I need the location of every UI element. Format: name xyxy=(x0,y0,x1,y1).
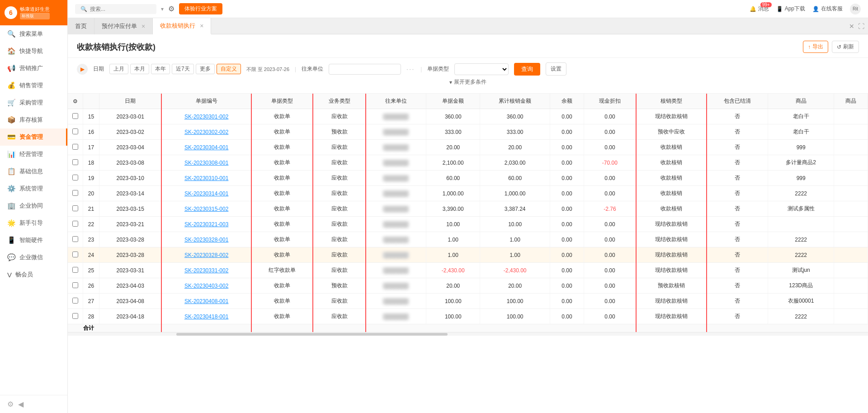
col-include-settled-header[interactable]: 包含已结清 xyxy=(707,94,768,109)
topbar-search-box[interactable]: 🔍 xyxy=(75,4,156,14)
table-row[interactable]: 262023-04-03SK-20230403-002收款单预收款██████2… xyxy=(68,278,868,294)
date-more-btn[interactable]: 更多 xyxy=(196,64,215,74)
row-order-no[interactable]: SK-20230304-001 xyxy=(161,140,251,155)
col-amount-header[interactable]: 单据金额 xyxy=(426,94,480,109)
table-row[interactable]: 202023-03-14SK-20230314-001收款单应收款██████1… xyxy=(68,186,868,201)
row-order-no[interactable]: SK-20230403-002 xyxy=(161,278,251,294)
table-row[interactable]: 192023-03-10SK-20230310-001收款单应收款██████6… xyxy=(68,171,868,186)
col-writeoff-type-header[interactable]: 核销类型 xyxy=(636,94,707,109)
col-product-header[interactable]: 商品 xyxy=(768,94,834,109)
col-voucher-type-header[interactable]: 单据类型 xyxy=(251,94,313,109)
online-service-button[interactable]: 👤 在线客服 xyxy=(812,5,843,13)
sidebar-item-operations[interactable]: 📊 经营管理 xyxy=(0,146,67,163)
refresh-button[interactable]: ↺ 刷新 xyxy=(832,41,859,53)
table-row[interactable]: 212023-03-15SK-20230315-002收款单应收款██████3… xyxy=(68,201,868,217)
sidebar-item-quicknav[interactable]: 🏠 快捷导航 xyxy=(0,43,67,60)
date-this-month-btn[interactable]: 本月 xyxy=(130,64,149,74)
col-writeoff-amount-header[interactable]: 累计核销金额 xyxy=(480,94,550,109)
sidebar-item-basicinfo[interactable]: 📋 基础信息 xyxy=(0,163,67,180)
row-order-no[interactable]: SK-20230418-001 xyxy=(161,309,251,324)
export-button[interactable]: ↑ 导出 xyxy=(803,41,828,53)
sidebar-item-corp[interactable]: 🏢 企业协同 xyxy=(0,197,67,214)
row-order-no[interactable]: SK-20230314-001 xyxy=(161,186,251,201)
row-order-no[interactable]: SK-20230331-002 xyxy=(161,263,251,278)
col-cash-discount-header[interactable]: 现金折扣 xyxy=(584,94,636,109)
col-balance-header[interactable]: 余额 xyxy=(550,94,584,109)
row-checkbox[interactable] xyxy=(68,109,83,124)
more-filters-dots[interactable]: ··· xyxy=(406,66,415,72)
row-checkbox[interactable] xyxy=(68,186,83,201)
maximize-icon[interactable]: ⛶ xyxy=(858,23,864,30)
settings-bottom-icon[interactable]: ⚙ xyxy=(7,400,14,408)
sidebar-item-hardware[interactable]: 📱 智能硬件 xyxy=(0,232,67,249)
row-checkbox[interactable] xyxy=(68,294,83,309)
scrollbar-track[interactable] xyxy=(176,333,448,336)
table-row[interactable]: 242023-03-28SK-20230328-002收款单应收款██████1… xyxy=(68,247,868,263)
sidebar-item-purchase[interactable]: 🛒 采购管理 xyxy=(0,94,67,111)
date-last-month-btn[interactable]: 上月 xyxy=(109,64,128,74)
sidebar-item-sales[interactable]: 💰 销售管理 xyxy=(0,77,67,94)
row-checkbox[interactable] xyxy=(68,217,83,232)
row-checkbox[interactable] xyxy=(68,124,83,140)
row-checkbox[interactable] xyxy=(68,155,83,171)
close-all-icon[interactable]: ✕ xyxy=(849,23,854,30)
sidebar-item-member[interactable]: V 畅会员 xyxy=(0,266,67,283)
app-download-button[interactable]: 📱 App下载 xyxy=(776,5,805,13)
tab-home[interactable]: 首页 xyxy=(68,18,94,34)
sidebar-item-inventory[interactable]: 📦 库存核算 xyxy=(0,111,67,128)
query-button[interactable]: 查询 xyxy=(514,63,540,76)
row-order-no[interactable]: SK-20230321-003 xyxy=(161,217,251,232)
date-this-year-btn[interactable]: 本年 xyxy=(151,64,170,74)
table-row[interactable]: 152023-03-01SK-20230301-002收款单应收款██████3… xyxy=(68,109,868,124)
row-checkbox[interactable] xyxy=(68,278,83,294)
table-row[interactable]: 272023-04-08SK-20230408-001收款单应收款██████1… xyxy=(68,294,868,309)
col-settings-header[interactable]: ⚙ xyxy=(68,94,83,109)
filter-collapse-button[interactable]: ▶ xyxy=(77,64,88,75)
col-date-header[interactable]: 日期 xyxy=(99,94,162,109)
row-order-no[interactable]: SK-20230328-002 xyxy=(161,247,251,263)
row-order-no[interactable]: SK-20230408-001 xyxy=(161,294,251,309)
filter-settings-button[interactable]: 设置 xyxy=(546,62,566,76)
date-custom-btn[interactable]: 自定义 xyxy=(217,64,241,74)
voucher-type-select[interactable] xyxy=(454,63,509,75)
sidebar-item-marketing[interactable]: 📢 营销推广 xyxy=(0,60,67,77)
row-order-no[interactable]: SK-20230302-002 xyxy=(161,124,251,140)
row-order-no[interactable]: SK-20230308-001 xyxy=(161,155,251,171)
sidebar-item-finance[interactable]: 💳 资金管理 xyxy=(0,128,67,146)
row-checkbox[interactable] xyxy=(68,263,83,278)
row-checkbox[interactable] xyxy=(68,247,83,263)
filter-expand-row[interactable]: ▾ 展开更多条件 xyxy=(77,76,859,89)
row-order-no[interactable]: SK-20230315-002 xyxy=(161,201,251,217)
solution-button[interactable]: 体验行业方案 xyxy=(179,3,222,14)
row-checkbox[interactable] xyxy=(68,201,83,217)
col-biz-type-header[interactable]: 业务类型 xyxy=(313,94,365,109)
col-partner-header[interactable]: 往来单位 xyxy=(366,94,426,109)
gear-icon[interactable]: ⚙ xyxy=(168,5,175,13)
tab-prepay-close[interactable]: × xyxy=(142,23,145,30)
table-row[interactable]: 252023-03-31SK-20230331-002红字收款单应收款█████… xyxy=(68,263,868,278)
col-order-no-header[interactable]: 单据编号 xyxy=(161,94,251,109)
table-row[interactable]: 282023-04-18SK-20230418-001收款单应收款██████1… xyxy=(68,309,868,324)
tab-prepay-confirm[interactable]: 预付冲应付单 × xyxy=(94,18,153,34)
row-checkbox[interactable] xyxy=(68,309,83,324)
date-7days-btn[interactable]: 近7天 xyxy=(172,64,194,74)
table-row[interactable]: 232023-03-28SK-20230328-001收款单应收款██████1… xyxy=(68,232,868,247)
row-order-no[interactable]: SK-20230310-001 xyxy=(161,171,251,186)
table-row[interactable]: 162023-03-02SK-20230302-002收款单预收款██████3… xyxy=(68,124,868,140)
topbar-search-input[interactable] xyxy=(90,6,144,12)
table-row[interactable]: 172023-03-04SK-20230304-001收款单应收款██████2… xyxy=(68,140,868,155)
sidebar-item-guide[interactable]: 🌟 新手引导 xyxy=(0,214,67,232)
tab-receipt-writeoff[interactable]: 收款核销执行 × xyxy=(153,18,211,34)
tab-receipt-close[interactable]: × xyxy=(200,22,203,29)
row-checkbox[interactable] xyxy=(68,232,83,247)
column-settings-icon[interactable]: ⚙ xyxy=(73,98,78,104)
table-row[interactable]: 222023-03-21SK-20230321-003收款单应收款██████1… xyxy=(68,217,868,232)
sidebar-item-search[interactable]: 🔍 搜索菜单 xyxy=(0,25,67,43)
partner-input[interactable] xyxy=(329,64,401,75)
row-order-no[interactable]: SK-20230301-002 xyxy=(161,109,251,124)
sidebar-item-system[interactable]: ⚙️ 系统管理 xyxy=(0,180,67,197)
row-order-no[interactable]: SK-20230328-001 xyxy=(161,232,251,247)
col-product2-header[interactable]: 商品 xyxy=(834,94,868,109)
row-checkbox[interactable] xyxy=(68,171,83,186)
table-row[interactable]: 182023-03-08SK-20230308-001收款单应收款██████2… xyxy=(68,155,868,171)
